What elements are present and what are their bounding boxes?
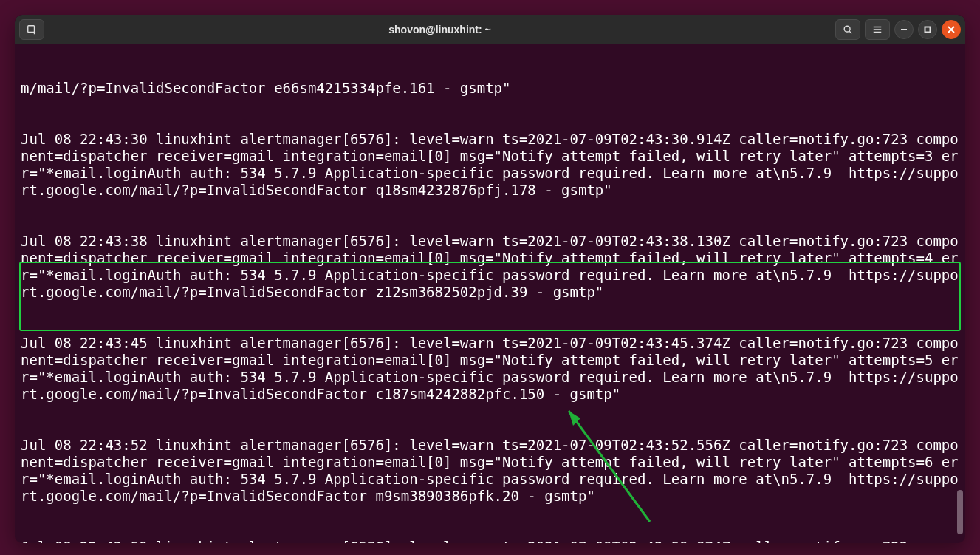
new-tab-button[interactable] [19, 19, 44, 40]
log-line: Jul 08 22:43:59 linuxhint alertmanager[6… [21, 539, 959, 543]
svg-point-3 [844, 26, 850, 32]
scrollbar-thumb[interactable] [957, 490, 963, 534]
window-titlebar: shovon@linuxhint: ~ [15, 15, 965, 44]
maximize-icon [924, 26, 931, 33]
svg-line-4 [849, 31, 851, 33]
svg-rect-9 [925, 27, 931, 32]
svg-marker-13 [569, 411, 580, 426]
log-line: m/mail/?p=InvalidSecondFactor e66sm42153… [21, 80, 959, 97]
close-icon [948, 26, 955, 33]
window-title: shovon@linuxhint: ~ [388, 24, 490, 35]
svg-rect-0 [28, 25, 35, 32]
terminal-window: shovon@linuxhint: ~ [15, 15, 965, 543]
maximize-button[interactable] [918, 20, 937, 39]
minimize-button[interactable] [894, 20, 914, 39]
search-icon [843, 24, 853, 35]
hamburger-icon [872, 24, 883, 35]
new-tab-icon [27, 24, 37, 35]
log-line: Jul 08 22:43:45 linuxhint alertmanager[6… [21, 335, 959, 403]
scrollbar[interactable] [956, 52, 963, 537]
hamburger-menu-button[interactable] [865, 19, 890, 40]
close-button[interactable] [942, 20, 961, 39]
search-button[interactable] [835, 19, 860, 40]
minimize-icon [900, 26, 908, 33]
terminal-output[interactable]: m/mail/?p=InvalidSecondFactor e66sm42153… [15, 44, 965, 543]
log-line: Jul 08 22:43:38 linuxhint alertmanager[6… [21, 233, 959, 301]
log-line: Jul 08 22:43:30 linuxhint alertmanager[6… [21, 131, 959, 199]
log-line: Jul 08 22:43:52 linuxhint alertmanager[6… [21, 437, 959, 505]
